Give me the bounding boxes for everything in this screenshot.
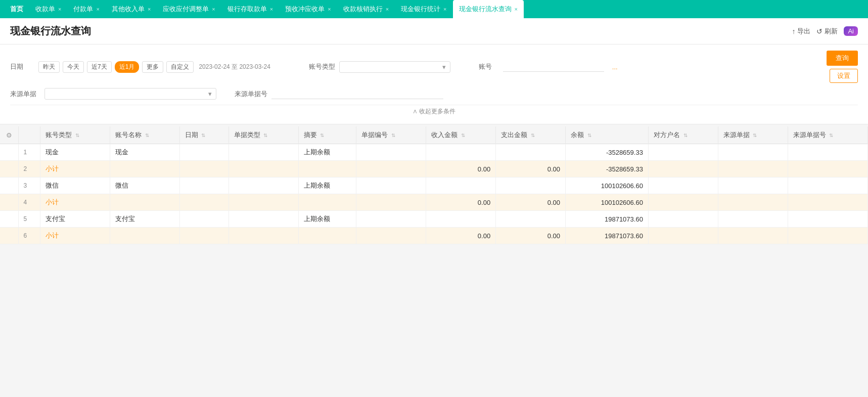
- nav-tab-qitashouru[interactable]: 其他收入单 ×: [106, 0, 157, 18]
- row-date: [179, 178, 229, 194]
- sort-icon: ⇅: [75, 133, 79, 138]
- source-doc-arrow-icon: ▾: [208, 90, 212, 98]
- close-icon[interactable]: ×: [270, 6, 273, 12]
- row-gear: [0, 144, 18, 161]
- row-counterpart: [648, 228, 718, 244]
- close-icon[interactable]: ×: [96, 6, 99, 12]
- col-source-doc[interactable]: 来源单据 ⇅: [718, 126, 788, 144]
- ai-button[interactable]: Ai: [844, 26, 858, 36]
- row-counterpart: [648, 178, 718, 194]
- close-icon[interactable]: ×: [515, 6, 518, 12]
- table-row: 4小计0.000.00100102606.60: [0, 194, 868, 211]
- source-doc-no-wrap: [271, 89, 443, 99]
- table-row: 2小计0.000.00-3528659.33: [0, 161, 868, 178]
- source-doc-select[interactable]: ▾: [44, 88, 216, 100]
- date-label: 日期: [10, 62, 30, 71]
- gear-icon[interactable]: ⚙: [6, 131, 12, 139]
- collapse-label: 收起更多条件: [419, 108, 455, 115]
- col-doc-no[interactable]: 单据编号 ⇅: [356, 126, 426, 144]
- nav-tab-yushou[interactable]: 预收冲应收单 ×: [279, 0, 337, 18]
- close-icon[interactable]: ×: [328, 6, 331, 12]
- row-gear: [0, 194, 18, 211]
- col-counterpart[interactable]: 对方户名 ⇅: [648, 126, 718, 144]
- nav-tab-xianjinyinhang-stat[interactable]: 现金银行统计 ×: [395, 0, 452, 18]
- row-balance: -3528659.33: [566, 144, 649, 161]
- row-source-doc-no: [788, 211, 867, 228]
- date-1month[interactable]: 近1月: [115, 61, 140, 73]
- source-doc-label: 来源单据: [10, 90, 36, 99]
- row-date: [179, 144, 229, 161]
- col-account-name[interactable]: 账号名称 ⇅: [110, 126, 179, 144]
- col-income[interactable]: 收入金额 ⇅: [426, 126, 496, 144]
- col-balance[interactable]: 余额 ⇅: [566, 126, 649, 144]
- row-source-doc: [718, 228, 788, 244]
- row-income: 0.00: [426, 228, 496, 244]
- row-gear: [0, 178, 18, 194]
- row-date: [179, 211, 229, 228]
- query-button[interactable]: 查询: [827, 51, 858, 66]
- source-doc-no-input[interactable]: [271, 89, 443, 99]
- close-icon[interactable]: ×: [58, 6, 61, 12]
- account-input[interactable]: [503, 62, 604, 71]
- nav-tab-yingshouyingfu[interactable]: 应收应付调整单 ×: [157, 0, 221, 18]
- col-expense[interactable]: 支出金额 ⇅: [496, 126, 566, 144]
- col-date[interactable]: 日期 ⇅: [179, 126, 229, 144]
- row-account-type: 微信: [40, 178, 110, 194]
- col-doc-type[interactable]: 单据类型 ⇅: [229, 126, 298, 144]
- close-icon[interactable]: ×: [148, 6, 151, 12]
- filter-row-source: 来源单据 ▾ 来源单据号: [10, 88, 858, 100]
- row-counterpart: [648, 194, 718, 211]
- table-header-row: ⚙ 账号类型 ⇅ 账号名称 ⇅ 日期 ⇅ 单据类型 ⇅: [0, 126, 868, 144]
- sort-icon: ⇅: [201, 133, 205, 138]
- date-today[interactable]: 今天: [63, 61, 84, 73]
- nav-tab-xianjin-query[interactable]: 现金银行流水查询 ×: [453, 0, 524, 18]
- row-doc-no: [356, 211, 426, 228]
- refresh-button[interactable]: ↺ 刷新: [816, 27, 838, 36]
- date-custom[interactable]: 自定义: [166, 61, 194, 73]
- col-source-doc-no[interactable]: 来源单据号 ⇅: [788, 126, 867, 144]
- row-date: [179, 194, 229, 211]
- row-source-doc-no: [788, 161, 867, 178]
- row-doc-no: [356, 161, 426, 178]
- export-icon: ↑: [792, 27, 795, 35]
- table-row: 6小计0.000.0019871073.60: [0, 228, 868, 244]
- col-account-type[interactable]: 账号类型 ⇅: [40, 126, 110, 144]
- row-income: 0.00: [426, 161, 496, 178]
- date-7days[interactable]: 近7天: [87, 61, 112, 73]
- nav-tab-fukuandan[interactable]: 付款单 ×: [67, 0, 105, 18]
- collapse-bar[interactable]: ∧ 收起更多条件: [10, 105, 858, 118]
- nav-home[interactable]: 首页: [4, 0, 29, 18]
- close-icon[interactable]: ×: [386, 6, 389, 12]
- date-range-display: 2023-02-24 至 2023-03-24: [199, 63, 270, 71]
- row-summary: 上期余额: [298, 144, 356, 161]
- nav-tab-shoukuandan[interactable]: 收款单 ×: [29, 0, 67, 18]
- table-row: 3微信微信上期余额100102606.60: [0, 178, 868, 194]
- col-summary[interactable]: 摘要 ⇅: [298, 126, 356, 144]
- date-yesterday[interactable]: 昨天: [38, 61, 60, 73]
- row-counterpart: [648, 161, 718, 178]
- row-account-type: 支付宝: [40, 211, 110, 228]
- account-type-select[interactable]: ▾: [339, 61, 450, 73]
- dropdown-arrow-icon: ▾: [442, 63, 446, 71]
- row-doc-no: [356, 194, 426, 211]
- setting-button[interactable]: 设置: [830, 69, 858, 83]
- row-source-doc: [718, 144, 788, 161]
- row-account-name: 支付宝: [110, 211, 179, 228]
- nav-tab-yinhangcunqu[interactable]: 银行存取款单 ×: [221, 0, 279, 18]
- col-gear[interactable]: ⚙: [0, 126, 18, 144]
- row-expense: [496, 144, 566, 161]
- row-gear: [0, 211, 18, 228]
- date-more[interactable]: 更多: [142, 61, 163, 73]
- row-date: [179, 161, 229, 178]
- export-button[interactable]: ↑ 导出: [792, 27, 810, 36]
- row-doc-type: [229, 161, 298, 178]
- row-income: [426, 144, 496, 161]
- row-date: [179, 228, 229, 244]
- table-row: 5支付宝支付宝上期余额19871073.60: [0, 211, 868, 228]
- nav-tab-shoukuanhexiao[interactable]: 收款核销执行 ×: [337, 0, 395, 18]
- account-more-btn[interactable]: ...: [612, 63, 618, 71]
- close-icon[interactable]: ×: [443, 6, 446, 12]
- date-options: 昨天 今天 近7天 近1月 更多 自定义 2023-02-24 至 2023-0…: [38, 61, 270, 73]
- row-source-doc-no: [788, 144, 867, 161]
- close-icon[interactable]: ×: [212, 6, 215, 12]
